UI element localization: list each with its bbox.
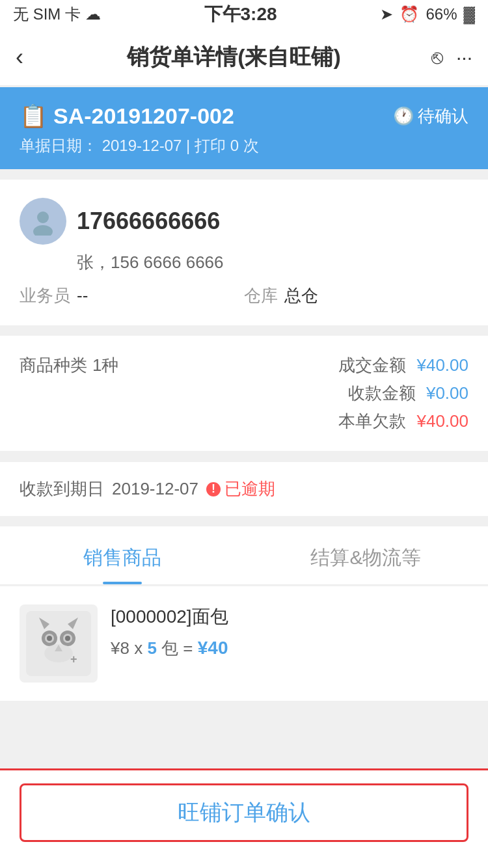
svg-point-8 <box>65 636 70 641</box>
product-name: [0000002]面包 <box>111 604 468 629</box>
tab-sales-product[interactable]: 销售商品 <box>0 526 244 584</box>
sim-label: 无 SIM 卡 ☁ <box>13 4 101 25</box>
share-icon[interactable]: ⎋ <box>431 46 443 68</box>
svg-point-1 <box>33 225 53 236</box>
order-header: 📋 SA-20191207-002 🕐 待确认 单据日期： 2019-12-07… <box>0 87 488 169</box>
overdue-badge: ! 已逾期 <box>206 478 275 500</box>
product-info: [0000002]面包 ¥8 x 5 包 = ¥40 <box>111 604 468 660</box>
product-price: ¥8 x 5 包 = ¥40 <box>111 637 468 660</box>
tab-settlement[interactable]: 结算&物流等 <box>244 526 488 584</box>
battery-label: 66% <box>426 5 457 23</box>
order-id: 📋 SA-20191207-002 <box>20 103 234 129</box>
financial-summary: 成交金额 ¥40.00 收款金额 ¥0.00 本单欠款 ¥40.00 <box>338 354 468 433</box>
staff-meta: 业务员 -- <box>20 284 244 307</box>
alarm-icon: ⏰ <box>400 5 419 23</box>
battery-icon: ▓ <box>463 5 475 23</box>
status-time: 下午3:28 <box>204 2 277 27</box>
customer-phone: 17666666666 <box>77 208 220 235</box>
nav-title: 销货单详情(来自旺铺) <box>36 42 431 72</box>
more-icon[interactable]: ··· <box>456 46 472 68</box>
back-button[interactable]: ‹ <box>16 44 36 71</box>
status-left: 无 SIM 卡 ☁ <box>13 4 101 25</box>
tabs-section: 销售商品 结算&物流等 <box>0 526 488 585</box>
warehouse-meta: 仓库 总仓 <box>244 284 468 307</box>
location-icon: ➤ <box>380 5 393 23</box>
nav-bar: ‹ 销货单详情(来自旺铺) ⎋ ··· <box>0 29 488 86</box>
customer-meta: 业务员 -- 仓库 总仓 <box>20 284 468 307</box>
order-date: 单据日期： 2019-12-07 | 打印 0 次 <box>20 135 468 156</box>
confirm-button[interactable]: 旺铺订单确认 <box>20 783 468 842</box>
order-icon: 📋 <box>20 103 47 129</box>
customer-name: 张，156 6666 6666 <box>77 251 468 274</box>
product-item: + [0000002]面包 ¥8 x 5 包 = ¥40 <box>0 586 488 701</box>
amount-row: 成交金额 ¥40.00 <box>338 354 468 377</box>
customer-header: 17666666666 <box>20 198 468 245</box>
status-bar: 无 SIM 卡 ☁ 下午3:28 ➤ ⏰ 66% ▓ <box>0 0 488 29</box>
summary-section: 商品种类 1种 成交金额 ¥40.00 收款金额 ¥0.00 本单欠款 ¥40.… <box>0 336 488 451</box>
product-image: + <box>20 604 98 683</box>
customer-avatar <box>20 198 66 245</box>
product-types: 商品种类 1种 <box>20 354 118 377</box>
svg-point-11 <box>44 644 73 662</box>
customer-section: 17666666666 张，156 6666 6666 业务员 -- 仓库 总仓 <box>0 180 488 325</box>
due-section: 收款到期日 2019-12-07 ! 已逾期 <box>0 461 488 516</box>
overdue-icon: ! <box>206 482 221 496</box>
svg-rect-2 <box>26 611 91 676</box>
product-section: + [0000002]面包 ¥8 x 5 包 = ¥40 <box>0 586 488 701</box>
svg-point-0 <box>37 211 49 223</box>
received-row: 收款金额 ¥0.00 <box>348 382 468 405</box>
order-status: 🕐 待确认 <box>393 105 468 128</box>
status-right: ➤ ⏰ 66% ▓ <box>380 5 475 23</box>
nav-actions: ⎋ ··· <box>431 46 472 68</box>
svg-point-7 <box>47 636 52 641</box>
debt-row: 本单欠款 ¥40.00 <box>338 410 468 433</box>
bottom-bar: 旺铺订单确认 <box>0 768 488 868</box>
clock-icon: 🕐 <box>393 106 414 126</box>
